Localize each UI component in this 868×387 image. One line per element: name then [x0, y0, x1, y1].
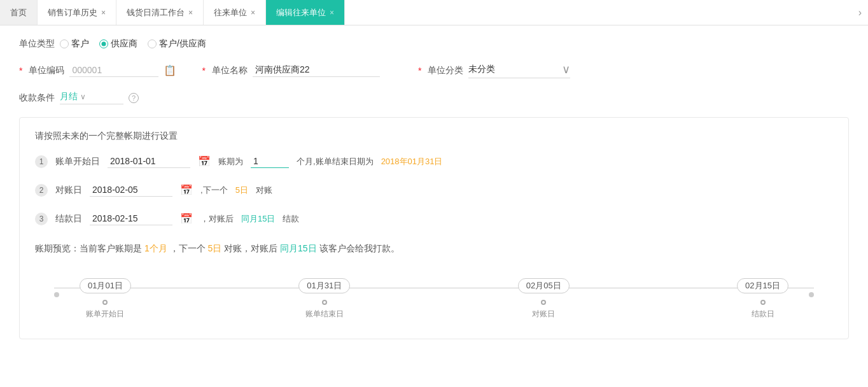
- timeline-dot-3: [760, 300, 766, 305]
- payment-condition-help-icon[interactable]: ?: [129, 93, 139, 103]
- step-3-calendar-icon[interactable]: 📅: [180, 213, 193, 225]
- timeline-dot-2: [541, 300, 546, 305]
- tab-partner-unit[interactable]: 往来单位 ×: [204, 0, 266, 25]
- timeline-label-1: 账单结束日: [305, 309, 344, 320]
- tab-sales-order-label: 销售订单历史: [48, 7, 97, 18]
- step-1-num: 1: [35, 155, 48, 168]
- step-2-date-input[interactable]: [90, 183, 172, 197]
- radio-both[interactable]: 客户/供应商: [148, 38, 206, 50]
- timeline-end-dot: [809, 292, 814, 297]
- payment-condition-row: 收款条件 月结 ∨ ?: [19, 91, 849, 104]
- unit-category-label: 单位分类: [428, 65, 463, 76]
- billing-period-card: 请按照未来的一个完整帐期进行设置 1 账单开始日 📅 账期为 个月,账单结束日期…: [19, 117, 849, 339]
- timeline-label-3: 结款日: [752, 309, 774, 320]
- close-partner-unit-icon[interactable]: ×: [251, 8, 255, 17]
- step-3-desc-suffix: 结款: [283, 213, 299, 225]
- radio-customer-label: 客户: [71, 38, 89, 50]
- unit-category-star: *: [418, 66, 421, 76]
- timeline-badge-2: 02月05日: [518, 278, 570, 293]
- unit-info-row: * 单位编码 📋 * 单位名称 * 单位分类 未分类 ∨: [19, 62, 849, 78]
- tab-bar: 首页 销售订单历史 × 钱货日清工作台 × 往来单位 × 编辑往来单位 × ›: [0, 0, 868, 25]
- close-cash-work-icon[interactable]: ×: [188, 8, 193, 17]
- unit-type-field: 单位类型 客户 供应商 客户/供应商: [19, 38, 206, 50]
- timeline-item-1: 01月31日 账单结束日: [298, 278, 350, 320]
- unit-category-value: 未分类: [468, 64, 559, 75]
- radio-supplier-label: 供应商: [111, 38, 137, 50]
- unit-code-label: 单位编码: [29, 65, 64, 76]
- tab-edit-partner-label: 编辑往来单位: [276, 7, 326, 18]
- timeline-badge-3: 02月15日: [737, 278, 788, 293]
- close-edit-partner-icon[interactable]: ×: [330, 8, 334, 17]
- timeline-label-0: 账单开始日: [86, 309, 124, 320]
- payment-condition-value: 月结: [60, 91, 78, 102]
- unit-type-label: 单位类型: [19, 38, 55, 50]
- unit-category-select[interactable]: 未分类 ∨: [468, 62, 570, 78]
- step-3-label: 结款日: [55, 213, 82, 225]
- unit-code-input[interactable]: [69, 64, 158, 77]
- unit-type-row: 单位类型 客户 供应商 客户/供应商: [19, 38, 849, 50]
- step-1-date-input[interactable]: [108, 155, 190, 168]
- step-1-calendar-icon[interactable]: 📅: [198, 155, 211, 167]
- preview-comma: ，下一个: [170, 243, 206, 253]
- payment-condition-field: 收款条件 月结 ∨ ?: [19, 91, 139, 104]
- radio-customer-circle: [60, 39, 69, 48]
- step-3-highlight: 同月15日: [241, 213, 275, 225]
- unit-code-field: * 单位编码 📋: [19, 64, 176, 77]
- timeline: 01月01日 账单开始日 01月31日 账单结束日 02月05日 对账日 02月…: [35, 272, 833, 326]
- timeline-badge-0: 01月01日: [80, 278, 131, 293]
- unit-name-input[interactable]: [253, 64, 380, 77]
- payment-condition-select[interactable]: 月结 ∨: [60, 91, 123, 104]
- tab-sales-order[interactable]: 销售订单历史 ×: [38, 0, 116, 25]
- step-3-row: 3 结款日 📅 ，对账后 同月15日 结款: [35, 212, 833, 225]
- step-2-row: 2 对账日 📅 ,下一个 5日 对账: [35, 183, 833, 197]
- step-2-highlight: 5日: [235, 185, 248, 196]
- step-2-calendar-icon[interactable]: 📅: [180, 184, 193, 196]
- unit-category-field: * 单位分类 未分类 ∨: [418, 62, 570, 78]
- payment-condition-label: 收款条件: [19, 92, 55, 104]
- unit-type-radio-group: 客户 供应商 客户/供应商: [60, 38, 206, 50]
- preview-reconcile-date: 5日: [207, 243, 221, 253]
- step-1-period-label: 账期为: [218, 156, 243, 167]
- step-3-num: 3: [35, 213, 48, 225]
- step-2-desc-prefix: ,下一个: [200, 185, 228, 196]
- preview-period: 1个月: [144, 243, 167, 253]
- tab-scroll-right[interactable]: ›: [852, 0, 868, 25]
- timeline-label-2: 对账日: [532, 309, 555, 320]
- payment-condition-arrow-icon: ∨: [80, 92, 86, 101]
- unit-name-label: 单位名称: [212, 65, 248, 76]
- tab-home-label: 首页: [10, 7, 27, 18]
- step-3-desc-prefix: ，对账后: [200, 213, 234, 225]
- tab-cash-work-label: 钱货日清工作台: [127, 7, 185, 18]
- radio-supplier-circle: [99, 39, 108, 48]
- unit-category-dropdown-icon: ∨: [562, 62, 570, 76]
- unit-name-field: * 单位名称: [202, 64, 379, 77]
- tab-cash-work[interactable]: 钱货日清工作台 ×: [116, 0, 204, 25]
- tab-edit-partner[interactable]: 编辑往来单位 ×: [266, 0, 345, 25]
- unit-code-icon[interactable]: 📋: [164, 64, 176, 76]
- radio-supplier[interactable]: 供应商: [99, 38, 137, 50]
- step-2-num: 2: [35, 184, 48, 197]
- step-2-label: 对账日: [55, 185, 82, 196]
- step-1-period-input[interactable]: [251, 155, 289, 168]
- timeline-dot-1: [322, 300, 327, 305]
- preview-prefix: 账期预览：当前客户账期是: [35, 243, 142, 253]
- preview-payment-date: 同月15日: [280, 243, 317, 253]
- tab-partner-unit-label: 往来单位: [214, 7, 247, 18]
- tab-home[interactable]: 首页: [0, 0, 38, 25]
- step-1-period-end: 2018年01月31日: [381, 156, 443, 167]
- step-2-desc-suffix: 对账: [256, 185, 272, 196]
- radio-both-circle: [148, 39, 157, 48]
- timeline-badge-1: 01月31日: [298, 278, 350, 293]
- step-3-date-input[interactable]: [90, 212, 172, 225]
- timeline-item-2: 02月05日 对账日: [518, 278, 570, 320]
- step-1-row: 1 账单开始日 📅 账期为 个月,账单结束日期为 2018年01月31日: [35, 155, 833, 168]
- radio-customer[interactable]: 客户: [60, 38, 89, 50]
- close-sales-order-icon[interactable]: ×: [101, 8, 106, 17]
- preview-text: 账期预览：当前客户账期是 1个月 ，下一个 5日 对账，对账后 同月15日 该客…: [35, 241, 833, 257]
- unit-code-star: *: [19, 66, 22, 76]
- main-content: 单位类型 客户 供应商 客户/供应商 * 单位编码: [0, 25, 868, 387]
- step-1-period-unit: 个月,账单结束日期为: [297, 156, 374, 167]
- preview-payment-suffix: 该客户会给我打款。: [319, 243, 400, 253]
- unit-name-star: *: [202, 66, 205, 76]
- timeline-item-3: 02月15日 结款日: [737, 278, 788, 320]
